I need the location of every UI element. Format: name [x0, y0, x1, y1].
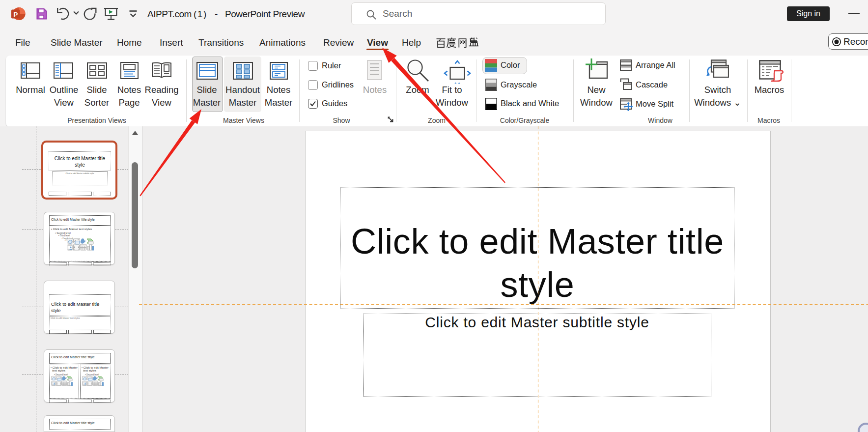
svg-text:P: P — [13, 11, 18, 18]
